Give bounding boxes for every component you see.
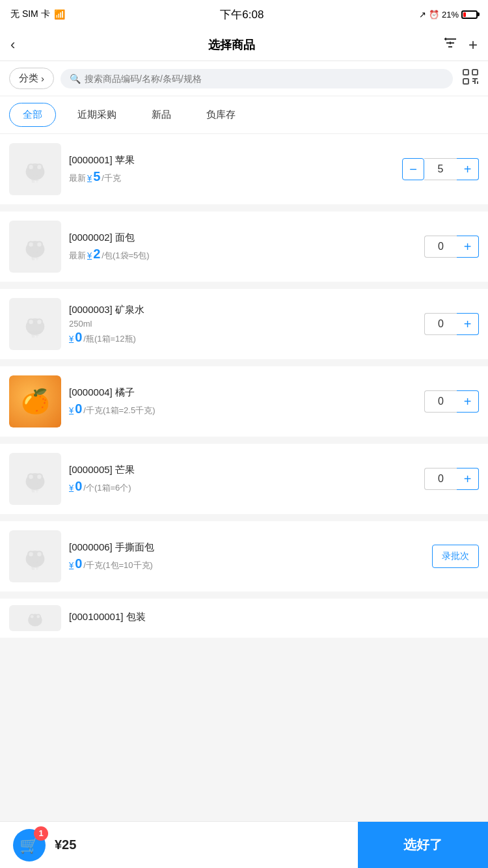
svg-point-23 [37, 243, 41, 247]
battery-icon [461, 10, 478, 19]
alarm-icon: ⏰ [429, 10, 439, 20]
product-name: [0000001] 苹果 [69, 154, 394, 167]
search-icon: 🔍 [70, 74, 81, 84]
quantity-control: − + [402, 158, 479, 180]
search-box: 🔍 [61, 69, 453, 88]
quantity-increase-button[interactable]: + [457, 158, 479, 180]
product-info: [0000001] 苹果 最新 ¥ 5 /千克 [69, 154, 394, 184]
product-name: [0000006] 手撕面包 [69, 541, 424, 554]
status-right: ↗ ⏰ 21% [419, 10, 478, 20]
tab-negative[interactable]: 负库存 [193, 103, 249, 127]
product-info: [0000002] 面包 最新 ¥ 2 /包(1袋=5包) [69, 232, 416, 262]
record-batch-button[interactable]: 录批次 [432, 545, 479, 568]
quantity-control: + [424, 390, 479, 413]
svg-text:智十: 智十 [31, 488, 39, 493]
add-icon[interactable]: + [468, 36, 478, 54]
svg-point-50 [31, 615, 34, 618]
svg-rect-5 [463, 70, 468, 75]
quantity-input[interactable] [424, 390, 457, 413]
quantity-control: + [424, 313, 479, 335]
svg-point-31 [33, 328, 38, 331]
product-item-partial: [000100001] 包装 [0, 599, 488, 638]
quantity-control: + [424, 236, 479, 258]
svg-point-17 [33, 173, 38, 176]
quantity-input[interactable] [424, 158, 457, 180]
product-name: [0000004] 橘子 [69, 387, 416, 399]
product-name: [0000002] 面包 [69, 232, 416, 244]
svg-point-29 [29, 320, 33, 324]
svg-point-30 [37, 320, 41, 324]
tab-recent[interactable]: 近期采购 [64, 103, 130, 127]
product-price: ¥ 0 /瓶(1箱=12瓶) [69, 330, 416, 345]
wifi-icon: 📶 [54, 9, 65, 20]
nav-right-actions: + [442, 35, 478, 54]
svg-point-36 [29, 475, 33, 479]
battery-percent: 21% [442, 10, 459, 20]
svg-text:智十: 智十 [31, 256, 39, 260]
product-info: [0000004] 橘子 ¥ 0 /千克(1箱=2.5千克) [69, 387, 416, 416]
quantity-input[interactable] [424, 468, 457, 490]
quantity-increase-button[interactable]: + [457, 468, 479, 490]
svg-rect-7 [463, 79, 468, 84]
svg-point-45 [33, 560, 38, 563]
product-name: [0000003] 矿泉水 [69, 304, 416, 316]
product-image: 智十 [9, 453, 61, 505]
product-info: [0000003] 矿泉水 250ml ¥ 0 /瓶(1箱=12瓶) [69, 304, 416, 345]
category-button[interactable]: 分类 › [9, 68, 54, 89]
quantity-input[interactable] [424, 236, 457, 258]
tabs-bar: 全部 近期采购 新品 负库存 [0, 96, 488, 134]
quantity-increase-button[interactable]: + [457, 236, 479, 258]
status-carrier: 无 SIM 卡 📶 [10, 8, 65, 20]
svg-point-16 [37, 165, 41, 169]
tab-all[interactable]: 全部 [9, 103, 56, 127]
category-label: 分类 [19, 72, 38, 85]
nav-bar: ‹ 选择商品 + [0, 29, 488, 61]
product-price: ¥ 0 /千克(1箱=2.5千克) [69, 401, 416, 416]
svg-point-38 [33, 483, 38, 486]
svg-text:智十: 智十 [31, 333, 39, 338]
svg-rect-6 [472, 70, 478, 75]
confirm-button[interactable]: 选好了 [358, 822, 488, 869]
location-icon: ↗ [419, 10, 426, 20]
cart-button[interactable]: 🛒 1 [13, 829, 46, 861]
product-info-partial: [000100001] 包装 [69, 611, 479, 626]
cart-badge: 1 [34, 826, 48, 841]
product-image: 智十 [9, 530, 61, 582]
quantity-increase-button[interactable]: + [457, 313, 479, 335]
product-image: 智十 [9, 221, 61, 273]
product-item: 智十 [0000005] 芒果 ¥ 0 /个(1箱=6个) + [0, 444, 488, 514]
product-price: 最新 ¥ 2 /包(1袋=5包) [69, 247, 416, 262]
svg-text:智十: 智十 [31, 565, 39, 570]
product-item: 智十 [0000006] 手撕面包 ¥ 0 /千克(1包=10千克) 录批次 [0, 521, 488, 591]
filter-icon[interactable] [442, 35, 458, 54]
svg-point-44 [37, 552, 41, 556]
filter-bar: 分类 › 🔍 [0, 61, 488, 96]
product-item: 智十 [0000001] 苹果 最新 ¥ 5 /千克 − + [0, 134, 488, 204]
product-image: 智十 [9, 298, 61, 350]
status-time: 下午6:08 [220, 7, 264, 22]
svg-point-24 [33, 251, 38, 254]
svg-point-51 [36, 615, 40, 618]
status-bar: 无 SIM 卡 📶 下午6:08 ↗ ⏰ 21% [0, 0, 488, 29]
svg-text:智十: 智十 [31, 178, 39, 183]
quantity-increase-button[interactable]: + [457, 390, 479, 413]
quantity-decrease-button[interactable]: − [402, 158, 424, 180]
svg-point-43 [29, 552, 33, 556]
search-input[interactable] [85, 74, 444, 84]
quantity-control: + [424, 468, 479, 490]
tab-new[interactable]: 新品 [138, 103, 185, 127]
product-image: 智十 [9, 143, 61, 195]
product-item: 智十 [0000002] 面包 最新 ¥ 2 /包(1袋=5包) + [0, 211, 488, 282]
product-info: [0000006] 手撕面包 ¥ 0 /千克(1包=10千克) [69, 541, 424, 571]
back-button[interactable]: ‹ [5, 31, 20, 59]
cart-section: 🛒 1 ¥25 [0, 829, 358, 861]
product-price: 最新 ¥ 5 /千克 [69, 169, 394, 184]
product-price: ¥ 0 /个(1箱=6个) [69, 479, 416, 494]
scan-icon[interactable] [462, 68, 479, 89]
product-image-orange: 🍊 [9, 375, 61, 427]
cart-total: ¥25 [55, 837, 76, 852]
product-item: 🍊 [0000004] 橘子 ¥ 0 /千克(1箱=2.5千克) + [0, 366, 488, 437]
category-chevron-icon: › [41, 73, 44, 84]
product-name-partial: [000100001] 包装 [69, 611, 479, 623]
quantity-input[interactable] [424, 313, 457, 335]
